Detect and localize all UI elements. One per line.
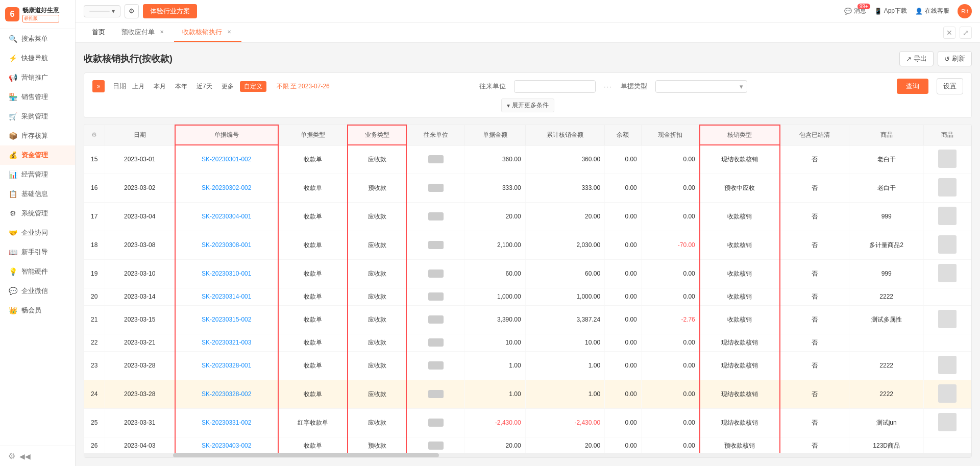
partner-label: 往来单位 xyxy=(479,82,506,91)
cell-balance: 0.00 xyxy=(605,202,642,231)
page-header: 收款核销执行(按收款) ↗ 导出 ↺ 刷新 xyxy=(84,51,972,66)
settings-icon[interactable]: ⚙ xyxy=(91,131,97,138)
sidebar-item-企业协同[interactable]: 🤝 企业协同 xyxy=(0,223,75,242)
expand-more-btn[interactable]: ▾ 展开更多条件 xyxy=(501,99,554,112)
cell-goods: 老白干 xyxy=(849,174,924,202)
tab-prepayment[interactable]: 预收应付单 ✕ xyxy=(113,23,174,42)
app-download-button[interactable]: 📱 App下载 xyxy=(874,7,907,15)
service-icon: 👤 xyxy=(915,8,923,15)
cell-date: 2023-03-10 xyxy=(105,259,175,288)
this-year-btn[interactable]: 本年 xyxy=(172,81,190,92)
user-avatar[interactable]: Rit xyxy=(958,4,972,18)
settings-footer-icon[interactable]: ⚙ xyxy=(8,451,15,461)
cell-include-settled: 否 xyxy=(780,380,849,408)
scrollbar-thumb[interactable] xyxy=(173,453,439,457)
tab-home[interactable]: 首页 xyxy=(84,23,113,42)
docno-link[interactable]: SK-20230310-001 xyxy=(202,270,251,277)
company-selector[interactable]: ▾ xyxy=(84,5,120,17)
filter-toggle-button[interactable]: » xyxy=(92,80,105,92)
custom-date-btn[interactable]: 自定义 xyxy=(240,81,266,92)
sidebar-item-营销推广[interactable]: 📢 营销推广 xyxy=(0,68,75,87)
docno-link[interactable]: SK-20230308-001 xyxy=(202,241,251,249)
sidebar-item-采购管理[interactable]: 🛒 采购管理 xyxy=(0,107,75,126)
sidebar-item-经营管理[interactable]: 📊 经营管理 xyxy=(0,165,75,184)
sidebar-item-畅会员[interactable]: 👑 畅会员 xyxy=(0,301,75,320)
cell-date: 2023-03-02 xyxy=(105,174,175,202)
gear-button[interactable]: ⚙ xyxy=(125,4,139,18)
sidebar-item-系统管理[interactable]: ⚙ 系统管理 xyxy=(0,204,75,223)
topbar-left: ▾ ⚙ 体验行业方案 xyxy=(84,4,838,18)
cell-amount: 10.00 xyxy=(465,334,525,351)
docno-link[interactable]: SK-20230315-002 xyxy=(202,316,251,323)
cell-goods: 2222 xyxy=(849,351,924,380)
cell-docno: SK-20230304-001 xyxy=(175,202,278,231)
sidebar-item-企业微信[interactable]: 💬 企业微信 xyxy=(0,281,75,301)
partner-blurred xyxy=(428,361,444,370)
doctype-select-wrapper: ▾ xyxy=(655,80,747,93)
export-button[interactable]: ↗ 导出 xyxy=(899,51,934,66)
cell-partner xyxy=(406,202,464,231)
docno-link[interactable]: SK-20230314-001 xyxy=(202,293,251,300)
horizontal-scrollbar[interactable] xyxy=(84,453,971,457)
table-row: 18 2023-03-08 SK-20230308-001 收款单 应收款 2,… xyxy=(84,231,971,259)
sidebar-menu: 🔍 搜索菜单 ⚡ 快捷导航 📢 营销推广 🏪 销售管理 🛒 采购管理 📦 库存核… xyxy=(0,29,75,446)
table-row: 16 2023-03-02 SK-20230302-002 收款单 预收款 33… xyxy=(84,174,971,202)
last7-btn[interactable]: 近7天 xyxy=(193,81,215,92)
cell-include-settled: 否 xyxy=(780,437,849,453)
sidebar-item-搜索菜单[interactable]: 🔍 搜索菜单 xyxy=(0,29,75,48)
cell-goods-img xyxy=(924,145,971,174)
cell-cancel-amount: 10.00 xyxy=(525,334,605,351)
tab-collection-close[interactable]: ✕ xyxy=(225,28,233,36)
docno-link[interactable]: SK-20230403-002 xyxy=(202,442,251,449)
expand-tab-button[interactable]: ⤢ xyxy=(960,27,972,39)
table-wrapper[interactable]: ⚙ 日期 单据编号 单据类型 业务类型 往来单位 单据金额 累计核销金额 余额 … xyxy=(84,125,971,453)
cell-balance: 0.00 xyxy=(605,259,642,288)
partner-input[interactable] xyxy=(514,80,596,93)
message-button[interactable]: 💬 消息 99+ xyxy=(844,7,866,15)
cell-doctype: 收款单 xyxy=(278,437,348,453)
sidebar-item-库存核算[interactable]: 📦 库存核算 xyxy=(0,126,75,145)
collapse-icon[interactable]: ◀◀ xyxy=(19,452,31,460)
topbar-right: 💬 消息 99+ 📱 App下载 👤 在线客服 Rit xyxy=(844,4,972,18)
cell-cancel-type: 现结收款核销 xyxy=(700,351,780,380)
sidebar-item-新手引导[interactable]: 📖 新手引导 xyxy=(0,242,75,262)
refresh-button[interactable]: ↺ 刷新 xyxy=(938,51,972,66)
docno-link[interactable]: SK-20230328-001 xyxy=(202,362,251,369)
cell-goods-img xyxy=(924,305,971,334)
tab-prepayment-close[interactable]: ✕ xyxy=(158,28,166,36)
partner-blurred xyxy=(428,442,444,450)
partner-blurred xyxy=(428,212,444,220)
sidebar-icon: 💰 xyxy=(8,151,17,160)
tab-collection[interactable]: 收款核销执行 ✕ xyxy=(174,23,241,42)
table-row: 25 2023-03-31 SK-20230331-002 红字收款单 应收款 … xyxy=(84,408,971,437)
last-month-btn[interactable]: 上月 xyxy=(129,81,148,92)
cell-date: 2023-03-21 xyxy=(105,334,175,351)
doctype-select[interactable] xyxy=(655,80,747,93)
more-btn[interactable]: 更多 xyxy=(218,81,237,92)
filter-setting-button[interactable]: 设置 xyxy=(937,78,963,94)
goods-thumbnail xyxy=(938,310,957,328)
refresh-icon: ↺ xyxy=(944,55,950,63)
docno-link[interactable]: SK-20230304-001 xyxy=(202,213,251,220)
docno-link[interactable]: SK-20230331-002 xyxy=(202,419,251,426)
sidebar-item-资金管理[interactable]: 💰 资金管理 xyxy=(0,145,75,165)
docno-link[interactable]: SK-20230328-002 xyxy=(202,390,251,398)
docno-link[interactable]: SK-20230321-003 xyxy=(202,339,251,346)
sidebar-item-基础信息[interactable]: 📋 基础信息 xyxy=(0,184,75,204)
cell-biztype: 应收款 xyxy=(348,288,406,305)
chevron-down-icon: ▾ xyxy=(112,8,115,15)
sidebar-item-快捷导航[interactable]: ⚡ 快捷导航 xyxy=(0,48,75,68)
docno-link[interactable]: SK-20230301-002 xyxy=(202,156,251,163)
close-tab-button[interactable]: ✕ xyxy=(943,27,955,39)
this-month-btn[interactable]: 本月 xyxy=(151,81,169,92)
query-button[interactable]: 查询 xyxy=(897,79,928,94)
industry-solution-button[interactable]: 体验行业方案 xyxy=(143,4,197,18)
cell-partner xyxy=(406,288,464,305)
cell-doctype: 收款单 xyxy=(278,145,348,174)
cell-date: 2023-03-14 xyxy=(105,288,175,305)
online-service-button[interactable]: 👤 在线客服 xyxy=(915,7,949,15)
sidebar-item-销售管理[interactable]: 🏪 销售管理 xyxy=(0,87,75,107)
docno-link[interactable]: SK-20230302-002 xyxy=(202,184,251,191)
sidebar-item-智能硬件[interactable]: 💡 智能硬件 xyxy=(0,262,75,281)
cell-cancel-type: 收款核销 xyxy=(700,305,780,334)
